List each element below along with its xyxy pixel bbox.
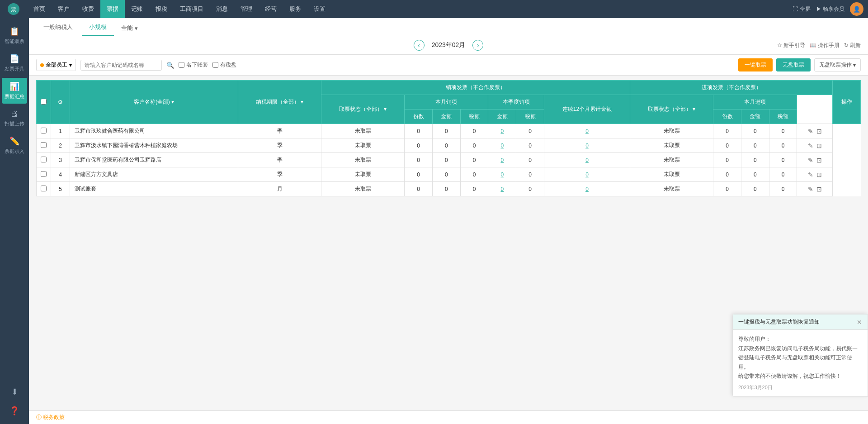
col-s-m-amount: 金额 xyxy=(433,110,461,124)
tab-full[interactable]: 全能 ▾ xyxy=(116,20,143,36)
sidebar-item-issue-invoice[interactable]: 📄 发票开具 xyxy=(2,50,27,76)
row-checkbox-4[interactable] xyxy=(41,186,47,191)
row-sm-count-0: 0 xyxy=(405,124,433,138)
nav-bookkeeping[interactable]: 记账 xyxy=(125,0,149,18)
tabs-bar: 一般纳税人 小规模 全能 ▾ xyxy=(29,18,868,36)
vip-btn[interactable]: ▶ 畅享会员 xyxy=(816,5,844,13)
period-right-btns: ☆ 新手引导 📖 操作手册 ↻ 刷新 xyxy=(777,42,861,49)
sidebar-item-invoice-entry[interactable]: ✏️ 票据录入 xyxy=(2,133,27,158)
nav-settings[interactable]: 设置 xyxy=(307,0,332,18)
app-logo[interactable]: 票 xyxy=(5,0,23,18)
detail-icon-3[interactable]: ⊡ xyxy=(816,171,822,178)
edit-icon-4[interactable]: ✎ xyxy=(808,186,813,193)
row-sm-count-3: 0 xyxy=(405,167,433,182)
row-tax-period-0: 季 xyxy=(238,124,321,138)
row-tax-period-3: 季 xyxy=(238,167,321,182)
row-pm-tax-4: 0 xyxy=(769,182,797,196)
row-checkbox-2[interactable] xyxy=(41,157,47,162)
table-row: 3 卫辉市保和堂医药有限公司卫辉路店 季 未取票 0 0 0 0 0 0 未取票… xyxy=(37,153,861,167)
sidebar-item-help[interactable]: ❓ xyxy=(2,402,27,419)
sidebar-label-invoice-summary: 票据汇总 xyxy=(5,93,24,100)
sidebar-item-smart-ticket[interactable]: 📋 智能取票 xyxy=(2,23,27,48)
has-taxdisk-checkbox-label[interactable]: 有税盘 xyxy=(212,61,236,69)
row-sales-status-1: 未取票 xyxy=(321,138,405,153)
row-pm-count-3: 0 xyxy=(713,167,741,182)
row-sq-amount-0: 0 xyxy=(488,124,516,138)
tab-small-scale[interactable]: 小规模 xyxy=(82,19,114,36)
row-sm-tax-0: 0 xyxy=(460,124,488,138)
detail-icon-2[interactable]: ⊡ xyxy=(816,157,822,164)
edit-icon-3[interactable]: ✎ xyxy=(808,171,813,178)
period-prev-btn[interactable]: ‹ xyxy=(414,40,425,51)
client-search-input[interactable] xyxy=(80,60,162,71)
notification-popup: 一键报税与无盘取票功能恢复通知 ✕ 尊敬的用户： 江苏政务网已恢复访问电子税务局… xyxy=(732,314,868,397)
row-s12m-2: 0 xyxy=(544,153,630,167)
refresh-btn[interactable]: ↻ 刷新 xyxy=(844,42,861,49)
bottom-bar: ⓘ 税务政策 xyxy=(29,410,868,424)
no-disk-ops-btn[interactable]: 无盘取票操作 ▾ xyxy=(814,58,861,71)
col-s-q-amount: 金额 xyxy=(488,110,516,124)
new-guide-btn[interactable]: ☆ 新手引导 xyxy=(777,42,805,49)
nav-home[interactable]: 首页 xyxy=(27,0,52,18)
row-sq-tax-1: 0 xyxy=(516,138,544,153)
row-sq-tax-4: 0 xyxy=(516,182,544,196)
tax-policy-link[interactable]: ⓘ 税务政策 xyxy=(36,414,65,421)
row-sq-tax-2: 0 xyxy=(516,153,544,167)
nav-client[interactable]: 客户 xyxy=(52,0,76,18)
nav-tax[interactable]: 报税 xyxy=(149,0,174,18)
notification-line1: 尊敬的用户： xyxy=(738,334,862,343)
sidebar-label-invoice-entry: 票据录入 xyxy=(5,148,24,155)
nav-invoice[interactable]: 票据 xyxy=(100,0,125,18)
sidebar-item-download[interactable]: ⬇ xyxy=(2,383,27,400)
detail-icon-4[interactable]: ⊡ xyxy=(816,186,822,193)
col-tax-period-header: 纳税期限（全部） ▾ xyxy=(238,81,321,124)
notification-header: 一键报税与无盘取票功能恢复通知 ✕ xyxy=(733,314,868,330)
row-sales-status-0: 未取票 xyxy=(321,124,405,138)
row-client-1: 卫辉市汲水镇下园湾香椿营木种植家庭农场 xyxy=(70,138,238,153)
has-taxdisk-checkbox[interactable] xyxy=(212,62,218,68)
search-button[interactable]: 🔍 xyxy=(166,62,174,69)
nav-operation[interactable]: 经营 xyxy=(259,0,283,18)
nav-service[interactable]: 服务 xyxy=(283,0,307,18)
nav-business[interactable]: 工商项目 xyxy=(174,0,210,18)
select-all-checkbox[interactable] xyxy=(41,99,47,105)
period-text: 2023年02月 xyxy=(432,41,466,49)
nav-fee[interactable]: 收费 xyxy=(76,0,100,18)
row-pm-amount-0: 0 xyxy=(741,124,769,138)
nav-messages[interactable]: 消息 xyxy=(210,0,234,18)
row-sm-tax-4: 0 xyxy=(460,182,488,196)
row-pm-tax-2: 0 xyxy=(769,153,797,167)
notification-line2: 江苏政务网已恢复访问电子税务局功能，易代账一键登陆电子税务局与无盘取票相关功能可… xyxy=(738,344,862,372)
row-client-0: 卫辉市玖玖健合医药有限公司 xyxy=(70,124,238,138)
detail-icon-1[interactable]: ⊡ xyxy=(816,142,822,149)
period-next-btn[interactable]: › xyxy=(472,40,483,51)
edit-icon-0[interactable]: ✎ xyxy=(808,128,813,135)
period-bar: ‹ 2023年02月 › ☆ 新手引导 📖 操作手册 ↻ 刷新 xyxy=(29,36,868,55)
sidebar-item-invoice-summary[interactable]: 📊 票据汇总 xyxy=(2,78,27,104)
col-p-m-amount: 金额 xyxy=(741,110,769,124)
nav-management[interactable]: 管理 xyxy=(234,0,259,18)
no-disk-fetch-btn[interactable]: 无盘取票 xyxy=(776,58,811,71)
name-account-checkbox-label[interactable]: 名下账套 xyxy=(179,61,208,69)
name-account-checkbox[interactable] xyxy=(179,62,184,68)
manual-btn[interactable]: 📖 操作手册 xyxy=(810,42,840,49)
row-no-0: 1 xyxy=(51,124,70,138)
row-sq-amount-4: 0 xyxy=(488,182,516,196)
fullscreen-btn[interactable]: ⛶ 全屏 xyxy=(793,5,810,13)
notification-close-btn[interactable]: ✕ xyxy=(857,319,862,326)
user-avatar[interactable]: 👤 xyxy=(850,2,863,16)
row-checkbox-1[interactable] xyxy=(41,142,47,148)
row-checkbox-3[interactable] xyxy=(41,171,47,177)
employee-filter[interactable]: 全部员工 ▾ xyxy=(36,59,76,71)
edit-icon-2[interactable]: ✎ xyxy=(808,157,813,164)
sidebar-item-scan-upload[interactable]: 🖨 扫描上传 xyxy=(2,105,27,131)
edit-icon-1[interactable]: ✎ xyxy=(808,142,813,149)
one-click-fetch-btn[interactable]: 一键取票 xyxy=(738,58,773,71)
row-sq-tax-3: 0 xyxy=(516,167,544,182)
download-icon: ⬇ xyxy=(11,387,18,397)
tab-general-taxpayer[interactable]: 一般纳税人 xyxy=(36,19,80,36)
toolbar-right: 一键取票 无盘取票 无盘取票操作 ▾ xyxy=(738,58,861,71)
detail-icon-0[interactable]: ⊡ xyxy=(816,128,822,135)
row-checkbox-0[interactable] xyxy=(41,128,47,133)
nav-menu: 首页 客户 收费 票据 记账 报税 工商项目 消息 管理 经营 服务 设置 xyxy=(27,0,793,18)
